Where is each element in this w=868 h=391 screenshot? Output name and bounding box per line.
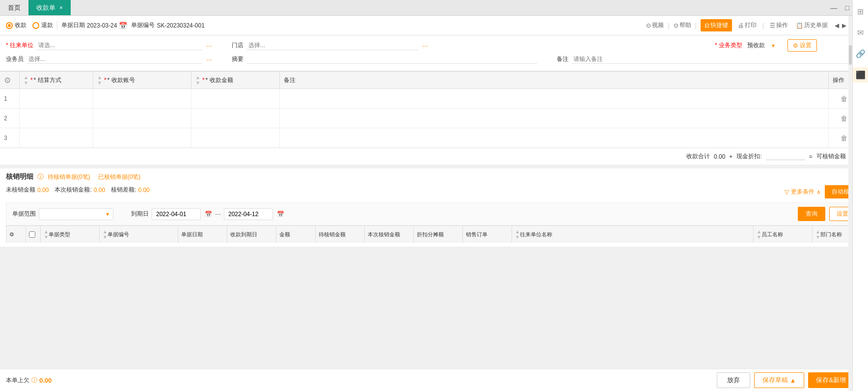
shortcut-btn[interactable]: ⊟快捷键 [701,19,732,31]
btcol-check[interactable] [26,226,41,243]
staff-input[interactable] [27,55,202,64]
row2-amount[interactable] [191,109,280,128]
form-row-1: * 往来单位 ··· 门店 ··· * 业务类型 预收款 ▾ ⚙ 设置 [6,39,862,52]
date-label: 单据日期 [61,21,85,29]
scrollbar-thumb[interactable] [849,45,852,65]
date-from-input[interactable] [152,208,201,220]
btcol-discount-label: 折扣分摊额 [417,231,444,238]
counterpart-input[interactable] [36,41,202,50]
calendar-from-icon[interactable]: 📅 [205,211,212,218]
setting-btn[interactable]: ⚙ 设置 [787,39,817,52]
business-type-dropdown[interactable]: ▾ [772,42,775,49]
counterpart-label: * 往来单位 [6,41,33,50]
row3-settlement[interactable] [20,128,93,147]
range-select[interactable]: ▾ [39,208,113,220]
row3-delete-icon[interactable]: 🗑 [841,134,847,142]
row2-account[interactable] [93,109,191,128]
sidebar-link-icon[interactable]: 🔗 [853,46,868,61]
btable-settings-icon[interactable]: ⚙ [9,231,14,238]
btcol-current-label: 本次核销金额 [368,231,400,238]
query-btn[interactable]: 查询 [798,207,825,221]
counterpart-more-icon[interactable]: ··· [206,42,212,50]
calendar-to-icon[interactable]: 📅 [277,211,284,218]
store-field: 门店 ··· [232,41,428,50]
table-row: 2 🗑 ⊕ [0,109,868,128]
select-all-checkbox[interactable] [29,231,35,238]
tab-close-icon[interactable]: × [59,4,63,11]
row3-amount[interactable] [191,128,280,147]
discount-label: 现金折扣: [736,152,761,161]
row3-account[interactable] [93,128,191,147]
done-tab[interactable]: 已核销单据(0笔) [98,173,141,181]
sidebar-table-icon[interactable]: ⊞ [854,4,867,19]
store-input[interactable] [246,41,418,50]
diff-label: 核销差额: [111,186,136,194]
row3-remark[interactable] [280,128,829,147]
receipt-table: ⚙ ▲▼ * * 结算方式 ▲▼ * * 收款账号 ▲▼ * * 收款金额 备注… [0,71,868,148]
diff-value: 0.00 [138,187,149,194]
summary-row: 收款合计 0.00 + 现金折扣: = 可核销金额 0.00 [0,148,868,165]
remark-field: 备注 [557,55,862,64]
print-btn[interactable]: 🖨 打印 [736,20,759,30]
prev-arrow[interactable]: ◀ [834,21,840,30]
verif-stats: 未核销金额 0.00 本次核销金额: 0.00 核销差额: 0.00 [6,186,150,194]
date-to-input[interactable] [224,208,273,220]
row1-remark[interactable] [280,89,829,108]
row1-delete-icon[interactable]: 🗑 [841,95,847,103]
section-divider [0,165,868,168]
col-settings-th[interactable]: ⚙ [0,72,20,88]
col-settlement-th: ▲▼ * * 结算方式 [20,72,93,88]
sort-icon3: ▲▼ [195,75,200,85]
next-arrow[interactable]: ▶ [841,21,847,30]
verification-section: 核销明细 ⓘ 待核销单据(0笔) 已核销单据(0笔) 未核销金额 0.00 本次… [0,168,868,247]
remark-input[interactable] [571,55,862,64]
discount-input[interactable] [766,153,805,160]
equals-sign: = [809,153,813,160]
row1-settlement[interactable] [20,89,93,108]
business-type-label: * 业务类型 [715,41,742,50]
btcol-discount: 折扣分摊额 [414,226,463,243]
btcol-salesorder-label: 销售订单 [466,231,488,238]
due-label: 到期日 [131,210,149,218]
more-conditions-btn[interactable]: ▽ 更多条件 ∧ [785,188,821,196]
staff-more-icon[interactable]: ··· [206,56,212,63]
sidebar-mail-icon[interactable]: ✉ [854,25,867,40]
table-settings-icon[interactable]: ⚙ [4,76,11,85]
col-remark-label: 备注 [284,76,296,84]
tab-home[interactable]: 首页 [0,0,28,15]
form-area: * 往来单位 ··· 门店 ··· * 业务类型 预收款 ▾ ⚙ 设置 业务员 [0,35,868,71]
history-btn[interactable]: 📋 历史单据 [794,20,830,30]
btcol-settings[interactable]: ⚙ [6,226,26,243]
scrollbar[interactable] [848,16,852,247]
chevron-up-icon: ∧ [816,189,821,196]
counterpart-field: * 往来单位 ··· [6,41,212,50]
col-account-required: * [104,77,107,84]
row1-amount[interactable] [191,89,280,108]
filter-icon: ▽ [785,189,789,196]
help-link[interactable]: ⊙ 帮助 [674,21,691,29]
pending-tab[interactable]: 待核销单据(0笔) [48,173,90,181]
minimize-btn[interactable]: — [828,4,839,12]
calendar-icon[interactable]: 📅 [119,22,127,29]
refund-radio[interactable]: 退款 [32,21,53,29]
video-link[interactable]: ⊙ 视频 [646,21,664,29]
receipt-radio[interactable]: 收款 [6,21,27,29]
row2-remark[interactable] [280,109,829,128]
info-icon[interactable]: ⓘ [37,172,44,181]
row2-delete-icon[interactable]: 🗑 [841,114,847,122]
current-label: 本次核销金额: [54,186,91,194]
btcol-counterpart: ▲▼ 往来单位名称 [512,226,754,243]
row1-account[interactable] [93,89,191,108]
summary-field: 摘要 [232,55,537,64]
number-field: 单据编号 SK-20230324-001 [131,21,204,29]
sort-icon-staff: ▲▼ [757,229,761,240]
operation-btn[interactable]: ☰ 操作 [768,20,790,30]
row2-settlement[interactable] [20,109,93,128]
store-more-icon[interactable]: ··· [422,42,428,50]
col-remark-th: 备注 [280,72,829,88]
receipt-radio-dot [6,22,13,29]
sidebar-scan-icon[interactable]: ⬛ [853,67,868,83]
summary-input[interactable] [246,55,537,64]
tab-receipt[interactable]: 收款单 × [28,0,71,15]
maximize-btn[interactable]: □ [843,4,851,12]
